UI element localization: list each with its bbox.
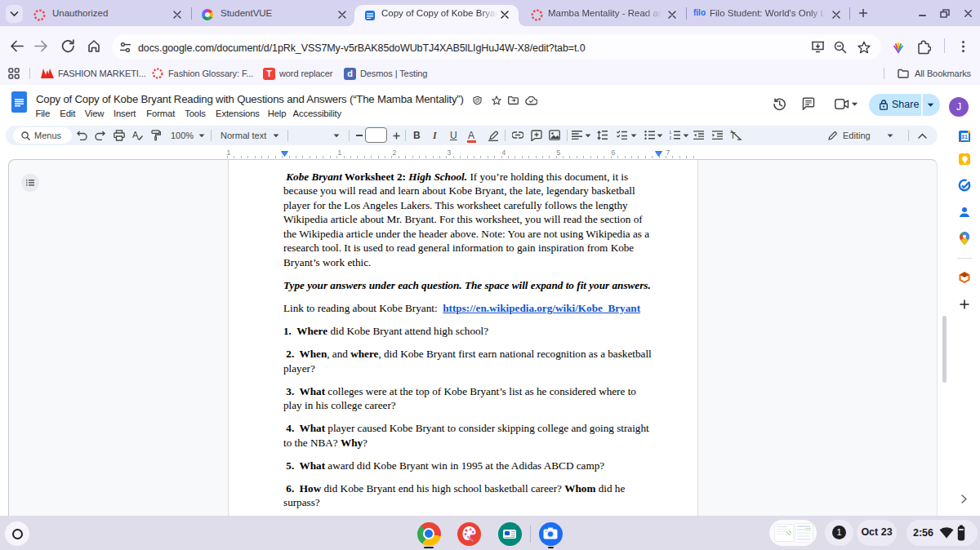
- svg-text:2: 2: [670, 135, 671, 140]
- svg-text:@: @: [474, 97, 480, 103]
- svg-text:1: 1: [670, 131, 671, 135]
